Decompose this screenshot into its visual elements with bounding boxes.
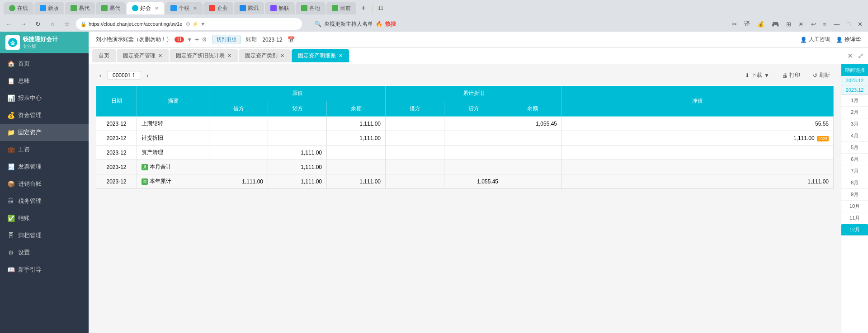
username-label: 徐译华 (844, 36, 861, 43)
browser-tab-online[interactable]: 在线 (4, 2, 33, 14)
sidebar-label-ledger: 总账 (18, 77, 30, 85)
brightness-icon[interactable]: ☀ (797, 20, 806, 28)
grid-icon[interactable]: ⊞ (784, 20, 793, 28)
wallet-icon[interactable]: 💰 (755, 20, 766, 28)
next-page-button[interactable]: › (143, 71, 152, 80)
browser-tab-yidai1[interactable]: 易代 (65, 2, 95, 14)
print-button[interactable]: 🖨 打印 (778, 70, 804, 81)
period-month-12[interactable]: 12月 (841, 224, 868, 236)
maximize-icon[interactable]: □ (845, 20, 852, 28)
sidebar-navigation: 🏠 首页 📋 总账 📊 报表中心 💰 资金管理 📁 固定资产 💼 工资 (0, 53, 89, 333)
page-tab-home[interactable]: 首页 (92, 49, 116, 62)
period-month-9[interactable]: 9月 (841, 189, 868, 201)
browser-tab-new[interactable]: 新版 (34, 2, 64, 14)
sidebar-item-ledger[interactable]: 📋 总账 (0, 72, 89, 89)
sidebar-item-funds[interactable]: 💰 资金管理 (0, 107, 89, 124)
browser-tab-tencent[interactable]: 腾讯 (234, 2, 264, 14)
sidebar-item-invoice[interactable]: 🧾 发票管理 (0, 158, 89, 175)
download-button[interactable]: ⬇ 下载 ▼ (741, 70, 773, 81)
home-button[interactable]: ⌂ (47, 19, 58, 29)
scissors-icon[interactable]: ✂ (730, 20, 739, 28)
bookmark-button[interactable]: ☆ (61, 19, 72, 29)
browser-tab-qiye[interactable]: 企业 (203, 2, 233, 14)
sidebar-item-inventory[interactable]: 📦 进销台账 (0, 175, 89, 192)
close-account-icon: ✅ (7, 215, 14, 222)
address-bar[interactable]: 🔒 https://cloud.chanjet.com/accounting/u… (76, 18, 302, 30)
forward-button[interactable]: → (18, 19, 29, 29)
row2-orig-debit (209, 131, 268, 145)
game-icon[interactable]: 🎮 (770, 20, 781, 28)
url-text: https://cloud.chanjet.com/accounting/uw1… (89, 21, 182, 27)
undo-icon[interactable]: ↩ (809, 20, 818, 28)
settings-icon: ⚙ (186, 21, 190, 27)
sidebar-item-guide[interactable]: 📖 新手引导 (0, 261, 89, 278)
refresh-button[interactable]: ↻ (33, 19, 43, 29)
tab-favicon (270, 5, 277, 11)
period-month-2[interactable]: 2月 (841, 107, 868, 118)
page-tab-asset-detail[interactable]: 固定资产明细账 ✕ (292, 49, 349, 62)
back-button[interactable]: ← (4, 19, 14, 29)
translate-icon[interactable]: 译 (742, 19, 752, 29)
add-company-btn[interactable]: + (195, 36, 199, 44)
close-tab-button[interactable]: ✕ (846, 51, 854, 61)
sidebar-item-close-account[interactable]: ✅ 结账 (0, 210, 89, 227)
sidebar-item-tax[interactable]: 🏛 税务管理 (0, 192, 89, 210)
browser-tab-haokuai[interactable]: 好会 ✕ (127, 2, 164, 14)
period-month-5[interactable]: 5月 (841, 142, 868, 154)
logo-title: 畅捷通好会计 (23, 35, 58, 43)
new-tab-button[interactable]: + (357, 2, 370, 14)
browser-tab-yidai2[interactable]: 易代 (96, 2, 126, 14)
browser-tab-chang[interactable]: 畅联 (265, 2, 295, 14)
sidebar-item-archive[interactable]: 🗄 归档管理 (0, 227, 89, 244)
tab-asset-category-close[interactable]: ✕ (280, 53, 284, 59)
period-month-1[interactable]: 1月 (841, 95, 868, 107)
browser-tab-gedi[interactable]: 各地 (296, 2, 326, 14)
period-month-11[interactable]: 11月 (841, 212, 868, 224)
svg-text:会: 会 (10, 40, 15, 45)
browser-tab-geshui[interactable]: 个税 ✕ (165, 2, 203, 14)
period-month-10[interactable]: 10月 (841, 201, 868, 212)
minimize-icon[interactable]: — (832, 20, 841, 28)
period-month-7[interactable]: 7月 (841, 165, 868, 177)
page-tab-asset-management[interactable]: 固定资产管理 ✕ (117, 49, 169, 62)
row1-net-value: 55.55 (562, 117, 834, 131)
switch-version-button[interactable]: 切到旧版 (212, 35, 241, 44)
year-total-icon: 年 (142, 178, 148, 185)
sidebar-item-settings[interactable]: ⚙ 设置 (0, 244, 89, 261)
tab-close-icon[interactable]: ✕ (193, 5, 197, 11)
tab-asset-detail-close[interactable]: ✕ (339, 53, 343, 59)
period-month-8[interactable]: 8月 (841, 177, 868, 189)
tab-label: 腾讯 (248, 5, 259, 12)
calendar-icon[interactable]: 📅 (288, 36, 295, 43)
row1-orig-debit (209, 117, 268, 131)
pagination: ‹ 000001 1 › (96, 71, 152, 80)
settings-icon[interactable]: ⚙ (202, 36, 207, 43)
tab-depreciation-stats-close[interactable]: ✕ (227, 53, 231, 59)
page-tab-asset-category[interactable]: 固定资产类别 ✕ (239, 49, 291, 62)
period-month-6[interactable]: 6月 (841, 154, 868, 165)
tab-label: 个税 (179, 5, 189, 12)
sidebar-item-report[interactable]: 📊 报表中心 (0, 89, 89, 107)
tab-asset-management-close[interactable]: ✕ (158, 53, 162, 59)
row4-dep-credit (444, 160, 503, 174)
period-month-3[interactable]: 3月 (841, 118, 868, 130)
period-month-4[interactable]: 4月 (841, 130, 868, 142)
sidebar-label-tax: 税务管理 (18, 197, 42, 205)
refresh-table-button[interactable]: ↺ 刷新 (809, 70, 834, 81)
expand-tab-button[interactable]: ⤢ (857, 51, 864, 61)
service-button[interactable]: 👤 人工咨询 (800, 36, 830, 43)
prev-page-button[interactable]: ‹ (96, 71, 105, 80)
top-bar: 刘小艳演示账套（勿删勿动！） 11 ▼ + ⚙ 切到旧版 账期 2023-12 … (89, 32, 868, 48)
tab-favicon (71, 5, 77, 11)
sidebar-item-salary[interactable]: 💼 工资 (0, 141, 89, 158)
page-number[interactable]: 000001 1 (108, 71, 140, 80)
sidebar-label-inventory: 进销台账 (18, 180, 42, 188)
close-icon[interactable]: ✕ (856, 20, 864, 28)
browser-tab-muqian[interactable]: 目前 (326, 2, 356, 14)
sidebar-item-fixed-assets[interactable]: 📁 固定资产 (0, 124, 89, 141)
user-menu[interactable]: 👤 徐译华 (836, 36, 861, 43)
page-tab-depreciation-stats[interactable]: 固定资产折旧统计表 ✕ (170, 49, 238, 62)
sidebar-item-home[interactable]: 🏠 首页 (0, 55, 89, 72)
tab-close-icon[interactable]: ✕ (155, 5, 159, 11)
menu-icon[interactable]: ≡ (821, 20, 829, 28)
